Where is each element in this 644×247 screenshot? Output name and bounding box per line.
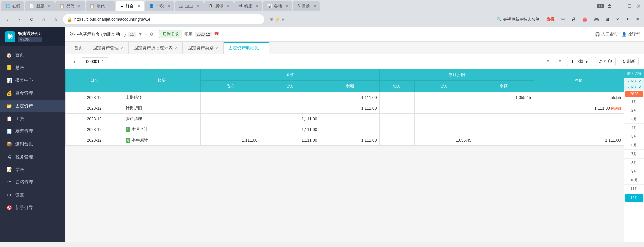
tab-close-5[interactable]: ✕ (167, 4, 170, 8)
period-month-5月[interactable]: 5月 (624, 132, 644, 141)
browser-tab-1[interactable]: 📄新版✕ (25, 1, 55, 11)
hot-search-label: 热搜 (546, 16, 555, 22)
calendar-icon[interactable]: 📅 (214, 32, 219, 37)
next-record-btn[interactable]: › (111, 58, 119, 66)
window-maximize-btn[interactable]: □ (626, 3, 633, 9)
tab-close-4[interactable]: ✕ (137, 4, 140, 8)
period-month-1月[interactable]: 1月 (624, 98, 644, 106)
sidebar-item-工资[interactable]: 📋工资 (0, 112, 65, 125)
tab-close-2[interactable]: ✕ (78, 4, 81, 8)
window-restore-btn[interactable]: 🗗 (606, 3, 615, 9)
browser-tab-5[interactable]: 👤个税✕ (145, 1, 174, 11)
page-tab-label-0: 首页 (74, 45, 83, 51)
browser-tab-10[interactable]: S目前✕ (293, 1, 320, 11)
home-button[interactable]: ⌂ (39, 15, 48, 24)
expand-btn[interactable]: ⊞ (556, 58, 564, 66)
window-minimize-btn[interactable]: ─ (616, 3, 624, 9)
print-btn[interactable]: 🖨 打印 (595, 57, 616, 66)
wallet-btn[interactable]: 👛 (580, 15, 590, 24)
period-year-2023[interactable]: 2023 (625, 91, 643, 97)
dropdown-arrow[interactable]: ▼ (138, 32, 143, 37)
reload-button[interactable]: ↻ (27, 15, 36, 24)
content-toolbar: ‹ › ⊟ ⊞ ⬇ 下载 ▼ 🖨 打印 ↻ 刷新 (65, 54, 644, 69)
tab-close-7[interactable]: ✕ (227, 4, 230, 8)
search-bar[interactable]: 🔍 央视更新主持人名单 (494, 15, 542, 24)
sidebar-item-报表中心[interactable]: 📊报表中心 (0, 74, 65, 87)
user-btn[interactable]: 👤 徐译华 (622, 31, 640, 37)
table-scroll[interactable]: 日期摘要原值累计折旧净值借方贷方余额借方贷方余额2023-12上期结转1,111… (65, 69, 624, 242)
hot-search-btn[interactable]: 热搜 (543, 15, 557, 24)
download-btn[interactable]: ⬇ 下载 ▼ (567, 57, 592, 66)
sidebar-item-进销台账[interactable]: 📦进销台账 (0, 138, 65, 150)
address-input[interactable]: 🔒 https://cloud.chanjet.com/accounting/u… (63, 14, 264, 24)
forward-button[interactable]: › (15, 15, 24, 24)
sidebar-item-税务管理[interactable]: 🖨税务管理 (0, 150, 65, 163)
period-month-8月[interactable]: 8月 (624, 159, 644, 167)
tab-close-9[interactable]: ✕ (285, 4, 288, 8)
browser-tab-7[interactable]: 🐧腾讯✕ (204, 1, 234, 11)
sidebar-item-发票管理[interactable]: 🧾发票管理 (0, 125, 65, 138)
browser-tab-4[interactable]: ☁好会✕ (116, 1, 144, 11)
browser-tab-6[interactable]: 企企业✕ (175, 1, 204, 11)
page-tab-1[interactable]: 固定资产管理✕ (88, 42, 129, 54)
table-area: 日期摘要原值累计折旧净值借方贷方余额借方贷方余额2023-12上期结转1,111… (65, 69, 644, 242)
page-tab-4[interactable]: 固定资产明细账✕ (224, 42, 269, 54)
page-tab-close-4[interactable]: ✕ (261, 46, 264, 50)
page-tab-3[interactable]: 固定资产类别✕ (183, 42, 224, 54)
period-month-11月[interactable]: 11月 (624, 185, 644, 193)
sidebar-item-设置[interactable]: ⚙设置 (0, 189, 65, 201)
switch-version-btn[interactable]: 切到旧版 (159, 30, 182, 38)
sidebar-label-7: 进销台账 (15, 141, 33, 147)
period-month-12月[interactable]: 12月 (625, 194, 643, 202)
sidebar-item-资金管理[interactable]: 💰资金管理 (0, 87, 65, 100)
browser-tab-8[interactable]: M畅捷✕ (234, 1, 262, 11)
theme-btn[interactable]: ☀ (613, 15, 622, 24)
sidebar-item-固定资产[interactable]: 📁固定资产 (0, 100, 65, 112)
sidebar-item-总账[interactable]: 📒总账 (0, 61, 65, 74)
page-tab-close-1[interactable]: ✕ (121, 46, 124, 50)
dropdown-icon[interactable]: ∨ (281, 17, 285, 22)
browser-tab-3[interactable]: 📋易代✕ (86, 1, 115, 11)
prev-record-btn[interactable]: ‹ (71, 58, 79, 66)
browser-tab-9[interactable]: 📊各地✕ (263, 1, 292, 11)
tab-close-6[interactable]: ✕ (197, 4, 200, 8)
collapse-btn[interactable]: ⊟ (544, 58, 552, 66)
page-input[interactable] (82, 57, 108, 66)
sidebar-item-归档管理[interactable]: 🗃归档管理 (0, 176, 65, 189)
sidebar-item-结账[interactable]: 📝结账 (0, 163, 65, 176)
tab-close-8[interactable]: ✕ (255, 4, 258, 8)
back-button[interactable]: ‹ (3, 15, 12, 24)
period-month-7月[interactable]: 7月 (624, 150, 644, 159)
period-month-4月[interactable]: 4月 (624, 124, 644, 132)
add-company-btn[interactable]: + (144, 31, 147, 37)
settings-icon[interactable]: ⚙ (150, 32, 154, 37)
page-tab-close-3[interactable]: ✕ (216, 46, 219, 50)
grid-btn[interactable]: ⊞ (603, 15, 612, 24)
window-close-btn[interactable]: ✕ (634, 3, 643, 9)
history-btn[interactable]: ↶ (624, 15, 632, 24)
browser-tab-2[interactable]: 📋易代✕ (55, 1, 85, 11)
browser-tab-0[interactable]: 🌐在线 (1, 1, 24, 11)
refresh-btn[interactable]: ↻ 刷新 (619, 57, 639, 66)
sidebar-item-新手引导[interactable]: 🎯新手引导 (0, 201, 65, 214)
page-tab-0[interactable]: 首页 (69, 42, 88, 54)
game-btn[interactable]: 🎮 (591, 15, 602, 24)
service-btn[interactable]: 🎧 人工咨询 (595, 31, 618, 37)
period-month-9月[interactable]: 9月 (624, 167, 644, 176)
new-tab-button[interactable]: + (584, 1, 594, 11)
period-month-2月[interactable]: 2月 (624, 106, 644, 115)
period-value: 2023-12 (195, 32, 212, 37)
tab-close-1[interactable]: ✕ (48, 4, 51, 8)
period-month-3月[interactable]: 3月 (624, 115, 644, 124)
page-tab-2[interactable]: 固定资产折旧统计表✕ (129, 42, 183, 54)
period-month-6月[interactable]: 6月 (624, 141, 644, 150)
tab-close-10[interactable]: ✕ (313, 4, 316, 8)
bookmark-button[interactable]: ☆ (51, 15, 60, 24)
translate-btn[interactable]: 译 (569, 15, 578, 24)
menu-btn[interactable]: ≡ (634, 15, 641, 24)
sidebar-item-首页[interactable]: 🏠首页 (0, 49, 65, 61)
period-month-10月[interactable]: 10月 (624, 176, 644, 185)
page-tab-close-2[interactable]: ✕ (175, 46, 178, 50)
tab-close-3[interactable]: ✕ (108, 4, 111, 8)
scissors-btn[interactable]: ✂ (559, 15, 568, 24)
